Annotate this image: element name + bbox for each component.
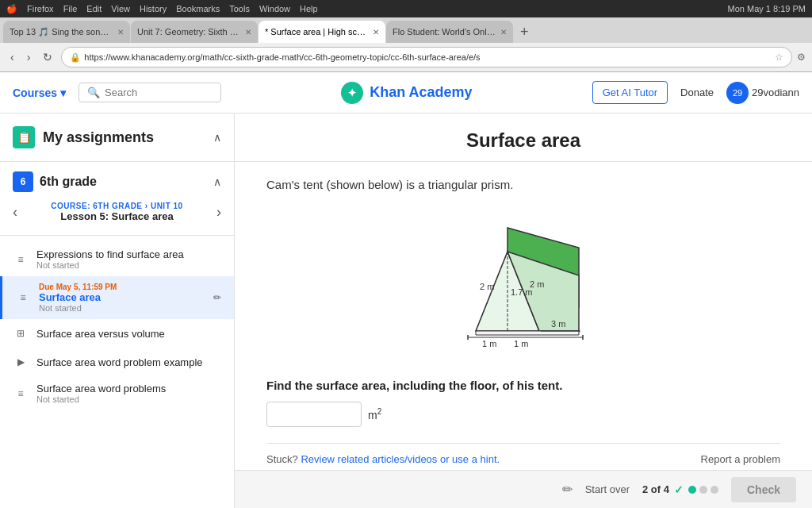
exercise-icon: ≡ [13, 252, 29, 267]
ai-tutor-button[interactable]: Get AI Tutor [592, 81, 668, 104]
courses-button[interactable]: Courses ▾ [13, 87, 66, 99]
search-bar[interactable]: 🔍 [79, 83, 221, 102]
tent-floor [476, 331, 579, 335]
item-title: Surface area versus volume [36, 328, 221, 340]
courses-label: Courses [13, 87, 57, 99]
tab-label: * Surface area | High school ge... [265, 27, 368, 37]
label-1m-left: 1 m [482, 339, 496, 348]
lock-icon: 🔒 [70, 52, 81, 63]
label-17m: 1.7 m [511, 287, 533, 297]
tabs-bar: Top 13 🎵 Sing the song if yo X ✕ Unit 7:… [0, 17, 812, 43]
item-content: Surface area versus volume [36, 328, 221, 340]
progress-dot-1 [688, 486, 696, 494]
username: 29vodiann [752, 87, 799, 98]
tab-label: Unit 7: Geometry: Sixth Grade [137, 27, 240, 37]
user-menu[interactable]: 29 29vodiann [726, 82, 799, 104]
nav-bar: ‹ › ↻ 🔒 https://www.khanacademy.org/math… [0, 43, 812, 71]
item-status: Not started [39, 303, 205, 313]
apple-icon: 🍎 [6, 4, 17, 14]
tent-svg: 2 m 2 m 1.7 m 3 m 1 m 1 m [412, 204, 634, 371]
tab-flo[interactable]: Flo Student: World's Only Liv... PLAYING… [386, 21, 513, 43]
item-status: Not started [36, 260, 221, 270]
search-input[interactable] [105, 87, 200, 98]
file-menu[interactable]: File [63, 4, 78, 13]
ka-header-right: Get AI Tutor Donate 29 29vodiann [592, 81, 799, 104]
back-button[interactable]: ‹ [6, 49, 18, 65]
forward-button[interactable]: › [23, 49, 35, 65]
tab-top13[interactable]: Top 13 🎵 Sing the song if yo X ✕ [3, 21, 130, 43]
sidebar-item-surface-area[interactable]: ≡ Due May 5, 11:59 PM Surface area Not s… [0, 276, 234, 319]
report-problem-link[interactable]: Report a problem [701, 453, 780, 465]
tab-label: Top 13 🎵 Sing the song if yo X [10, 27, 113, 37]
chevron-down-icon: ▾ [60, 87, 66, 99]
close-icon[interactable]: ✕ [500, 28, 507, 37]
url-bar[interactable]: 🔒 https://www.khanacademy.org/math/cc-si… [61, 47, 792, 67]
answer-unit: m2 [368, 407, 381, 421]
sidebar-grade-section: 6 6th grade ∧ ‹ COURSE: 6TH GRADE › UNIT… [0, 162, 234, 236]
hint-link[interactable]: Review related articles/videos or use a … [301, 453, 500, 465]
tab-surface-area[interactable]: * Surface area | High school ge... ✕ [259, 21, 385, 43]
pencil-icon[interactable]: ✏ [562, 482, 573, 497]
problem-text: Cam's tent (shown below) is a triangular… [266, 178, 780, 191]
grade-chevron-icon[interactable]: ∧ [213, 175, 221, 188]
item-content: Expressions to find surface area Not sta… [36, 248, 221, 270]
item-content: Surface area word problem example [36, 356, 221, 368]
close-icon[interactable]: ✕ [117, 28, 124, 37]
grade-label: 6th grade [40, 175, 97, 189]
toolbar-icons: ⚙ [797, 52, 806, 63]
firefox-menu[interactable]: Firefox [27, 4, 54, 13]
check-button[interactable]: Check [731, 477, 796, 502]
help-menu[interactable]: Help [300, 4, 318, 13]
bookmark-icon[interactable]: ☆ [775, 52, 783, 63]
sidebar-item-word-problems[interactable]: ≡ Surface area word problems Not started [0, 376, 234, 410]
stuck-label: Stuck? [266, 453, 298, 465]
window-menu[interactable]: Window [259, 4, 290, 13]
exercise-icon: ≡ [15, 290, 31, 306]
ka-logo-text: Khan Academy [370, 84, 472, 101]
search-icon: 🔍 [87, 87, 100, 98]
tab-unit7[interactable]: Unit 7: Geometry: Sixth Grade ✕ [131, 21, 258, 43]
exercise-icon: ≡ [13, 386, 29, 402]
answer-input[interactable] [266, 402, 362, 427]
content-body: Cam's tent (shown below) is a triangular… [235, 162, 812, 491]
content-header: Surface area [235, 114, 812, 162]
view-menu[interactable]: View [111, 4, 130, 13]
prev-lesson-button[interactable]: ‹ [13, 204, 17, 221]
sidebar-assignments-header: 📋 My assignments ∧ [0, 114, 234, 162]
browser-chrome: Top 13 🎵 Sing the song if yo X ✕ Unit 7:… [0, 17, 812, 72]
edit-icon[interactable]: ✏ [213, 292, 221, 303]
sidebar-item-surface-versus-volume[interactable]: ⊞ Surface area versus volume [0, 319, 234, 348]
edit-menu[interactable]: Edit [86, 4, 102, 13]
grade-icon: 6 [13, 171, 33, 192]
new-tab-button[interactable]: + [514, 24, 535, 40]
bookmarks-menu[interactable]: Bookmarks [176, 4, 220, 13]
extensions-icon[interactable]: ⚙ [797, 52, 806, 63]
sidebar-grade-title: 6 6th grade [13, 171, 97, 192]
close-icon[interactable]: ✕ [373, 28, 379, 37]
video-icon: ▶ [13, 354, 29, 370]
tools-menu[interactable]: Tools [229, 4, 250, 13]
donate-button[interactable]: Donate [680, 87, 714, 98]
history-menu[interactable]: History [140, 4, 167, 13]
next-lesson-button[interactable]: › [216, 204, 221, 221]
macos-status: Mon May 1 8:19 PM [728, 4, 806, 13]
bottom-bar: ✏ Start over 2 of 4 ✓ Check [235, 470, 812, 508]
item-status: Not started [36, 394, 221, 404]
lesson-info: COURSE: 6TH GRADE › UNIT 10 Lesson 5: Su… [51, 202, 182, 222]
item-due-date: Due May 5, 11:59 PM [39, 283, 205, 291]
tent-diagram: 2 m 2 m 1.7 m 3 m 1 m 1 m [412, 204, 634, 363]
sidebar-item-word-problem-example[interactable]: ▶ Surface area word problem example [0, 348, 234, 376]
sidebar-item-expressions[interactable]: ≡ Expressions to find surface area Not s… [0, 242, 234, 276]
ka-logo: ✦ Khan Academy [234, 82, 580, 104]
item-title: Surface area word problems [36, 383, 221, 394]
start-over-button[interactable]: Start over [585, 483, 630, 495]
close-icon[interactable]: ✕ [245, 28, 251, 37]
label-3m: 3 m [551, 319, 565, 329]
assignments-chevron-icon[interactable]: ∧ [213, 131, 221, 144]
tab-label: Flo Student: World's Only Liv... PLAYING [393, 27, 496, 37]
check-mark-icon: ✓ [674, 483, 684, 496]
refresh-button[interactable]: ↻ [39, 49, 56, 65]
ka-logo-icon: ✦ [341, 82, 363, 104]
url-text: https://www.khanacademy.org/math/cc-sixt… [84, 52, 772, 62]
main-layout: 📋 My assignments ∧ 6 6th grade ∧ ‹ COURS… [0, 114, 812, 508]
